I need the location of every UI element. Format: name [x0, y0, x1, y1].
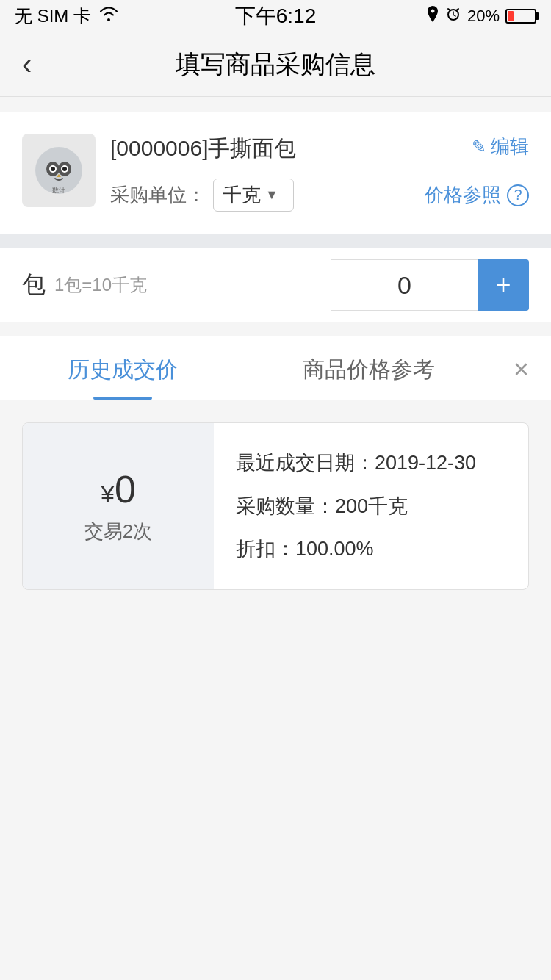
unit-select[interactable]: 千克 ▼ [213, 179, 294, 212]
wifi-icon [98, 6, 119, 26]
discount-value: 100.00% [295, 538, 374, 560]
quantity-input[interactable] [331, 259, 478, 311]
status-bar: 无 SIM 卡 下午6:12 20% [0, 0, 551, 32]
discount-row: 折扣：100.00% [236, 534, 506, 564]
currency-symbol: ¥ [101, 480, 115, 508]
unit-label: 采购单位： 千克 ▼ [110, 179, 294, 212]
location-icon [426, 6, 439, 26]
status-time: 下午6:12 [235, 2, 317, 30]
tab-product-price-ref[interactable]: 商品价格参考 [245, 337, 491, 400]
price-ref-label: 价格参照 [425, 182, 501, 208]
content-area: ¥0 交易2次 最近成交日期：2019-12-30 采购数量：200千克 折扣：… [0, 400, 551, 841]
product-logo: 数计 [33, 145, 84, 196]
quantity-unit-main: 包 [22, 269, 46, 301]
qty-label: 采购数量： [236, 495, 335, 517]
tab-history-label: 历史成交价 [68, 357, 178, 381]
product-info: [0000006]手撕面包 ✎ 编辑 采购单位： 千克 ▼ 价格参照 ? [110, 134, 529, 212]
product-id: [0000006] [110, 136, 208, 160]
nav-bar: ‹ 填写商品采购信息 [0, 32, 551, 97]
back-button[interactable]: ‹ [22, 48, 46, 81]
tabs-bar: 历史成交价 商品价格参考 × [0, 336, 551, 400]
last-date-label: 最近成交日期： [236, 452, 375, 474]
tab-history-price[interactable]: 历史成交价 [0, 337, 245, 400]
product-card: 数计 [0000006]手撕面包 ✎ 编辑 采购单位： 千克 ▼ 价格参照 ? [0, 112, 551, 234]
quantity-plus-button[interactable]: + [478, 259, 529, 311]
unit-value: 千克 [223, 182, 261, 208]
dropdown-arrow-icon: ▼ [265, 187, 278, 203]
product-display-name: 手撕面包 [208, 136, 296, 160]
product-title-row: [0000006]手撕面包 ✎ 编辑 [110, 134, 529, 164]
price-reference-button[interactable]: 价格参照 ? [425, 182, 529, 208]
discount-label: 折扣： [236, 538, 295, 560]
last-date-row: 最近成交日期：2019-12-30 [236, 448, 506, 478]
history-price-value: ¥0 [101, 467, 136, 511]
svg-text:数计: 数计 [52, 187, 65, 194]
status-left: 无 SIM 卡 [15, 4, 119, 28]
tab-active-indicator [93, 397, 152, 400]
edit-label: 编辑 [491, 134, 529, 159]
history-details-panel: 最近成交日期：2019-12-30 采购数量：200千克 折扣：100.00% [214, 423, 528, 589]
battery-fill [508, 11, 514, 21]
edit-button[interactable]: ✎ 编辑 [472, 134, 529, 159]
qty-value: 200千克 [335, 495, 408, 517]
svg-point-7 [62, 167, 67, 171]
product-unit-row: 采购单位： 千克 ▼ 价格参照 ? [110, 179, 529, 212]
alarm-icon [445, 6, 461, 26]
svg-point-6 [51, 167, 55, 171]
section-divider [0, 234, 551, 248]
trade-count: 交易2次 [84, 519, 152, 544]
history-card: ¥0 交易2次 最近成交日期：2019-12-30 采购数量：200千克 折扣：… [22, 422, 529, 590]
carrier-text: 无 SIM 卡 [15, 4, 91, 28]
tab-close-button[interactable]: × [491, 336, 551, 400]
price-number: 0 [115, 468, 136, 511]
product-name: [0000006]手撕面包 [110, 134, 296, 164]
unit-label-text: 采购单位： [110, 182, 206, 208]
product-image: 数计 [22, 134, 96, 207]
last-date-value: 2019-12-30 [375, 452, 476, 474]
page-title: 填写商品采购信息 [176, 48, 375, 82]
history-price-panel: ¥0 交易2次 [23, 423, 214, 589]
quantity-unit-sub: 1包=10千克 [54, 273, 147, 297]
quantity-label-box: 包 1包=10千克 [22, 269, 147, 301]
status-right: 20% [426, 6, 536, 26]
battery-icon [505, 9, 536, 24]
quantity-row-detail: 采购数量：200千克 [236, 491, 506, 522]
quantity-row: 包 1包=10千克 + [0, 248, 551, 322]
edit-icon: ✎ [472, 137, 486, 157]
tab-price-ref-label: 商品价格参考 [303, 357, 435, 381]
battery-percent: 20% [467, 7, 500, 26]
quantity-controls: + [331, 259, 529, 311]
help-icon: ? [507, 184, 529, 206]
